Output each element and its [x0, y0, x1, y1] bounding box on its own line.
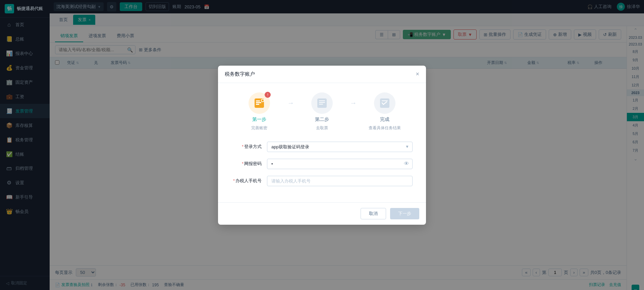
step-3-svg: [379, 97, 391, 109]
step-3-icon: [374, 92, 395, 114]
steps-container: ! 第一步 完善账密 →: [231, 92, 413, 131]
phone-label: 办税人手机号: [231, 178, 262, 184]
step-3-subtitle: 查看具体任务结果: [369, 125, 401, 131]
svg-rect-6: [317, 98, 327, 108]
password-control: 👁: [267, 159, 413, 169]
step-1-icon: !: [249, 92, 270, 114]
step-2-subtitle: 去取票: [316, 125, 328, 131]
login-method-row: 登录方式 app获取验证码登录 账号密码登录 ▼: [231, 142, 413, 152]
arrow-1: →: [287, 92, 294, 107]
modal-title: 税务数字账户: [225, 71, 255, 77]
password-label: 网报密码: [231, 161, 262, 167]
login-method-control: app获取验证码登录 账号密码登录 ▼: [267, 142, 413, 152]
step-1-icon-wrap: !: [249, 92, 270, 114]
step-1: ! 第一步 完善账密: [231, 92, 287, 131]
modal-overlay: 税务数字账户 ×: [0, 0, 644, 290]
modal-footer: 取消 下一步: [218, 202, 426, 225]
arrow-2: →: [350, 92, 357, 107]
step-3-title: 完成: [380, 117, 389, 123]
step-1-title: 第一步: [252, 117, 266, 123]
step-2-icon-wrap: [311, 92, 333, 114]
password-row: 网报密码 👁: [231, 159, 413, 169]
step-1-svg: [253, 97, 265, 109]
svg-rect-8: [319, 102, 325, 103]
password-input[interactable]: [267, 159, 413, 169]
modal-close-button[interactable]: ×: [416, 71, 419, 77]
phone-row: 办税人手机号: [231, 176, 413, 186]
svg-rect-9: [319, 104, 323, 104]
step-1-error-badge: !: [265, 92, 271, 98]
step-3: 完成 查看具体任务结果: [357, 92, 413, 131]
phone-control: [267, 176, 413, 186]
toggle-password-icon[interactable]: 👁: [404, 161, 409, 167]
svg-rect-7: [319, 100, 325, 101]
modal-header: 税务数字账户 ×: [218, 66, 426, 83]
svg-rect-2: [256, 102, 261, 103]
svg-rect-1: [256, 100, 260, 101]
step-2-svg: [316, 97, 328, 109]
svg-rect-3: [256, 104, 259, 105]
modal-body: ! 第一步 完善账密 →: [218, 83, 426, 202]
tax-digital-modal: 税务数字账户 ×: [218, 66, 426, 225]
login-method-label: 登录方式: [231, 144, 262, 150]
svg-point-5: [262, 99, 264, 101]
cancel-button[interactable]: 取消: [361, 208, 386, 219]
phone-input[interactable]: [267, 176, 413, 186]
login-method-select[interactable]: app获取验证码登录 账号密码登录: [267, 142, 413, 152]
step-2-icon: [311, 92, 333, 114]
next-button[interactable]: 下一步: [390, 208, 419, 219]
step-3-icon-wrap: [374, 92, 395, 114]
svg-rect-11: [382, 100, 388, 101]
step-2-title: 第二步: [315, 117, 329, 123]
step-1-subtitle: 完善账密: [251, 125, 267, 131]
step-2: 第二步 去取票: [294, 92, 350, 131]
